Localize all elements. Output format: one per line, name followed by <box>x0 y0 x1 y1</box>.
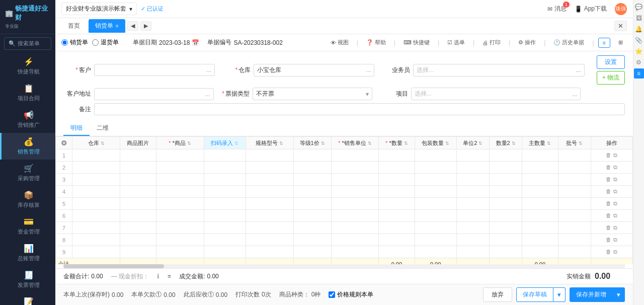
copy-icon[interactable]: ⧉ <box>613 188 617 194</box>
radio-sale-input[interactable] <box>61 39 68 46</box>
operations-button[interactable]: ⚙ 操作 <box>514 37 540 48</box>
form-fields: 客户 ... 仓库 小宝仓库 ... 业务员 选择... <box>55 51 633 119</box>
sidebar-item-sales-mgmt[interactable]: 💰 销售管理 <box>0 133 55 160</box>
sidebar-item-invoice[interactable]: 🧾 发票管理 <box>0 266 55 293</box>
help-button[interactable]: ❓ 帮助 <box>362 37 390 48</box>
abandon-button[interactable]: 放弃 <box>483 287 512 302</box>
customer-addr-input[interactable]: ... <box>94 88 214 100</box>
table-settings-icon[interactable]: ⚙ <box>61 139 67 147</box>
delete-icon[interactable]: 🗑 <box>606 249 611 255</box>
save-new-dropdown-button[interactable]: ▾ <box>613 287 625 302</box>
print-icon: 🖨 <box>482 40 488 46</box>
calendar-icon[interactable]: 📅 <box>192 39 199 46</box>
sidebar-item-tax[interactable]: 📝 税务管理 <box>0 293 55 305</box>
tab-detail[interactable]: 明细 <box>63 121 90 136</box>
list-view-button[interactable]: ≡ <box>598 38 610 48</box>
copy-icon[interactable]: ⧉ <box>613 224 617 231</box>
invoice-type-select[interactable]: 不开票 ▾ <box>253 88 372 100</box>
copy-icon[interactable]: ⧉ <box>613 212 617 218</box>
warehouse-label: 仓库 <box>223 66 251 74</box>
search-menu-button[interactable]: 🔍 搜索菜单 <box>4 37 51 50</box>
radio-sale-order[interactable]: 销货单 <box>61 38 88 47</box>
sidebar-item-quick-nav[interactable]: ⚡ 快捷导航 <box>0 53 55 80</box>
print-count: 0次 <box>262 290 271 299</box>
info-icon[interactable]: ℹ <box>157 273 159 280</box>
tab-2d[interactable]: 二维 <box>90 121 116 136</box>
col-unit-header: *销售单位 ⇅ <box>331 137 379 149</box>
col-settings-header[interactable]: ⚙ <box>56 137 72 149</box>
tab-close-icon[interactable]: × <box>115 23 119 30</box>
sidebar-item-purchase-mgmt[interactable]: 🛒 采购管理 <box>0 160 55 186</box>
company-selector[interactable]: 好业财专业版演示帐套 ▾ <box>61 3 137 15</box>
salesperson-input[interactable]: 选择... ... <box>413 64 584 77</box>
copy-icon[interactable]: ⧉ <box>613 152 617 158</box>
right-panel: 💬 🖼 🔔 📎 ⭐ ⚙ ≡ <box>633 0 644 305</box>
settings-button[interactable]: 设置 <box>597 55 625 69</box>
quick-nav-icon: ⚡ <box>24 57 34 66</box>
tab-next-button[interactable]: ▶ <box>140 21 151 31</box>
delete-icon[interactable]: 🗑 <box>606 188 611 194</box>
sidebar-item-project-contract[interactable]: 📋 项目合同 <box>0 80 55 106</box>
copy-icon[interactable]: ⧉ <box>613 237 617 243</box>
radio-return-order[interactable]: 退货单 <box>92 38 119 47</box>
right-panel-active-icon[interactable]: ≡ <box>634 68 644 79</box>
app-download-button[interactable]: 📱 App下载 <box>575 5 607 13</box>
delete-icon[interactable]: 🗑 <box>606 212 611 218</box>
right-panel-chat-icon[interactable]: 💬 <box>634 2 644 12</box>
sidebar-item-fund-mgmt[interactable]: 💳 资金管理 <box>0 213 55 240</box>
copy-icon[interactable]: ⧉ <box>613 164 617 170</box>
warehouse-input[interactable]: 小宝仓库 ... <box>254 64 374 77</box>
sidebar-item-label: 项目合同 <box>18 95 40 102</box>
delete-icon[interactable]: 🗑 <box>606 237 611 243</box>
save-new-button[interactable]: 保存并新增 <box>570 287 613 302</box>
last-amount-item: 本单上次(保存时) 0.00 <box>63 290 123 299</box>
delete-icon[interactable]: 🗑 <box>606 200 611 206</box>
scroll-thumb[interactable] <box>63 264 164 268</box>
history-button[interactable]: 🕐 历史单据 <box>549 37 588 48</box>
table-container[interactable]: ⚙ 仓库 ⇅ 商品图片 *商品 ⇅ <box>55 136 633 264</box>
copy-icon[interactable]: ⧉ <box>613 249 617 255</box>
project-placeholder: 选择... <box>415 90 432 98</box>
receivable-item: 此后应收① 0.00 <box>184 290 227 299</box>
select-button[interactable]: ☑ 选单 <box>443 37 469 48</box>
right-panel-photo-icon[interactable]: 🖼 <box>634 13 644 23</box>
project-input[interactable]: 选择... ... <box>411 88 581 100</box>
sidebar-item-label: 采购管理 <box>18 175 40 182</box>
col-action-header: 操作 <box>591 137 632 149</box>
shortcut-button[interactable]: ⌨ 快捷键 <box>399 37 434 48</box>
delete-icon[interactable]: 🗑 <box>606 176 611 182</box>
tab-close-button[interactable]: ✕ <box>614 21 627 31</box>
user-avatar[interactable]: 珠珠 <box>615 3 627 15</box>
print-button[interactable]: 🖨 打印 <box>478 37 505 48</box>
horizontal-scrollbar[interactable] <box>63 264 625 268</box>
add-logistics-button[interactable]: + 物流 <box>597 71 625 85</box>
view-button[interactable]: 👁 视图 <box>327 37 353 48</box>
tab-home[interactable]: 首页 <box>61 19 87 33</box>
right-panel-bell-icon[interactable]: 🔔 <box>634 24 644 34</box>
right-panel-star-icon[interactable]: ⭐ <box>634 46 644 56</box>
grid-view-button[interactable]: ⊞ <box>614 38 627 47</box>
right-panel-attach-icon[interactable]: 📎 <box>634 35 644 45</box>
right-panel-settings-icon[interactable]: ⚙ <box>634 57 644 67</box>
radio-return-input[interactable] <box>92 39 99 46</box>
sidebar-item-inventory[interactable]: 📦 库存核算 <box>0 186 55 213</box>
save-draft-dropdown-button[interactable]: ▾ <box>553 287 566 302</box>
save-draft-button[interactable]: 保存草稿 <box>516 287 553 302</box>
tab-prev-button[interactable]: ◀ <box>127 21 138 31</box>
delete-icon[interactable]: 🗑 <box>606 152 611 158</box>
messages-button[interactable]: ✉ 消息 1 <box>547 5 567 13</box>
table-wrapper: ⚙ 仓库 ⇅ 商品图片 *商品 ⇅ <box>55 136 633 268</box>
tab-sales-order[interactable]: 销货单 × <box>89 19 125 33</box>
delete-icon[interactable]: 🗑 <box>606 164 611 170</box>
sidebar-item-general-mgmt[interactable]: 📊 总账管理 <box>0 240 55 266</box>
copy-icon[interactable]: ⧉ <box>613 176 617 182</box>
copy-icon[interactable]: ⧉ <box>613 200 617 206</box>
delete-icon[interactable]: 🗑 <box>606 224 611 231</box>
tab-2d-label: 二维 <box>97 124 109 131</box>
sidebar-item-marketing[interactable]: 📢 营销推广 <box>0 106 55 133</box>
remarks-input[interactable] <box>94 103 625 115</box>
price-rule-check[interactable] <box>329 291 335 298</box>
messages-badge: 1 <box>563 2 570 8</box>
customer-input[interactable]: ... <box>94 64 215 76</box>
salesperson-label: 业务员 <box>382 66 410 74</box>
